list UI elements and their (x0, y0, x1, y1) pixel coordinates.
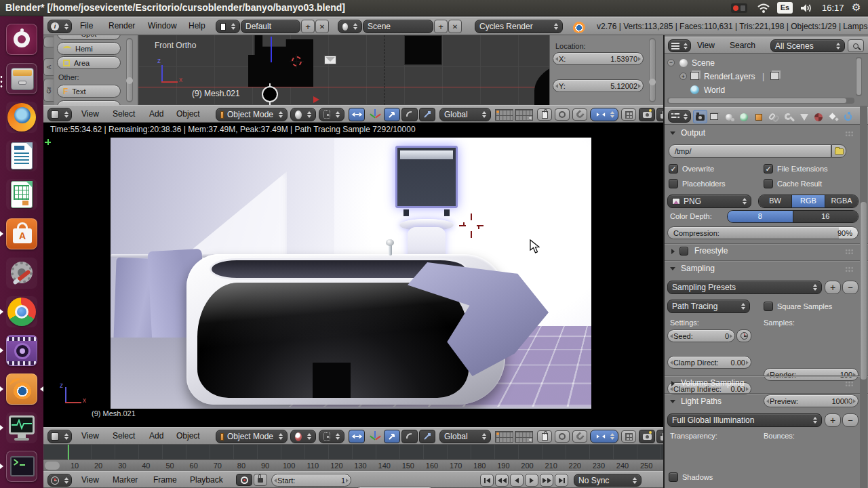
outliner-row-scene[interactable]: − Scene (667, 57, 844, 69)
manipulator-axis-icon[interactable] (369, 109, 381, 120)
snap-target-button[interactable] (621, 108, 636, 121)
file-format-selector[interactable]: PNG (667, 195, 751, 208)
add-text-button[interactable]: FText (57, 85, 121, 98)
panel-light-paths-header[interactable]: Light Paths (667, 396, 864, 408)
launcher-files-icon[interactable] (6, 63, 37, 94)
snap-target-button[interactable] (621, 430, 636, 443)
launcher-dash-icon[interactable] (6, 24, 37, 55)
outliner-view-menu[interactable]: View (694, 37, 717, 54)
mode-selector[interactable]: Object Mode (216, 108, 288, 121)
scale-manipulator-button-2[interactable] (419, 430, 435, 443)
output-path-field[interactable]: /tmp/ (669, 144, 831, 158)
editor-type-button-properties[interactable] (668, 110, 691, 123)
tab-material[interactable] (812, 111, 827, 123)
frame-start-field[interactable]: Start:1 (271, 474, 351, 487)
timeline-marker-menu[interactable]: Marker (110, 472, 140, 488)
tab-constraints[interactable] (768, 111, 782, 123)
location-x-field[interactable]: X:1.53970 (553, 52, 644, 65)
object-menu[interactable]: Object (174, 428, 203, 445)
tab-render[interactable] (693, 110, 707, 123)
main-viewport[interactable]: Time:55:34.62 | Remaining:20:38.36 | Mem… (43, 123, 663, 427)
timeline-ruler[interactable]: 1020304050607080901001101201301401501601… (43, 460, 663, 471)
launcher-settings-icon[interactable] (6, 258, 37, 289)
light-paths-preset-selector[interactable]: Full Global Illumination (667, 413, 822, 427)
tab-modifiers[interactable] (783, 111, 797, 123)
play-reverse-button[interactable] (510, 474, 524, 487)
current-frame-marker[interactable] (68, 445, 69, 460)
manipulator-toggle-2[interactable] (349, 430, 365, 443)
panel-sampling-header[interactable]: Sampling (667, 263, 864, 275)
depth-8[interactable]: 8 (728, 211, 793, 222)
render-engine-selector[interactable]: Cycles Render (475, 20, 563, 33)
translate-manipulator-button-2[interactable] (384, 430, 400, 443)
tab-data[interactable] (797, 111, 812, 123)
preset-add-button[interactable]: + (825, 281, 841, 294)
outliner-search-menu[interactable]: Search (727, 37, 758, 54)
translate-manipulator-button[interactable] (384, 108, 400, 121)
shelf-tab-partial[interactable] (43, 37, 54, 47)
scale-manipulator-button[interactable] (419, 108, 435, 121)
toolshelf-scrollbar[interactable] (126, 38, 133, 102)
tab-world[interactable] (738, 111, 752, 123)
scene-selector[interactable]: Scene (363, 20, 433, 33)
placeholders-checkbox[interactable] (669, 179, 678, 188)
clock-text[interactable]: 16:17 (822, 3, 844, 13)
editor-type-button-outliner[interactable] (668, 39, 691, 52)
screen-layout-selector[interactable]: Default (241, 20, 300, 33)
rotate-manipulator-button[interactable] (401, 108, 418, 121)
layers-grid-2[interactable] (515, 431, 533, 443)
compression-slider[interactable]: Compression:90% (667, 226, 859, 239)
panel-volume-sampling-header[interactable]: Volume Sampling (667, 378, 864, 390)
channels-bw[interactable]: BW (759, 195, 792, 207)
layers-grid-2[interactable] (515, 109, 533, 121)
cache-result-checkbox[interactable] (764, 179, 773, 188)
layers-grid-1[interactable] (495, 109, 513, 121)
viewport-shading-selector-2[interactable] (290, 430, 316, 443)
outliner-item-label[interactable]: RenderLayers (704, 72, 755, 81)
view-menu[interactable]: View (79, 106, 102, 123)
timeline-track[interactable] (43, 445, 663, 460)
launcher-recorder-icon[interactable] (6, 335, 37, 366)
tab-texture[interactable] (827, 111, 842, 123)
lock-to-scene-button[interactable] (537, 108, 552, 121)
mode-selector-2[interactable]: Object Mode (216, 430, 288, 443)
jump-to-end-button[interactable] (555, 474, 568, 487)
file-extensions-checkbox[interactable]: ✓ (764, 164, 773, 174)
view-menu[interactable]: View (79, 428, 102, 445)
freestyle-checkbox[interactable] (679, 247, 688, 256)
editor-type-button-info[interactable]: i (47, 20, 72, 33)
snap-magnet-button[interactable] (572, 108, 587, 121)
session-gear-icon[interactable]: ⚙ (852, 1, 861, 14)
outliner-search-button[interactable] (848, 39, 864, 52)
editor-type-button-timeline[interactable] (47, 474, 72, 487)
menu-file[interactable]: File (77, 18, 96, 35)
layout-add-button[interactable]: + (301, 20, 315, 33)
outliner-row-world[interactable]: World (679, 84, 856, 96)
keyboard-layout-indicator[interactable]: Es (777, 2, 793, 14)
launcher-firefox-icon[interactable] (6, 102, 37, 133)
lamp-spot-button[interactable]: Spot (57, 35, 121, 40)
outliner-item-label[interactable]: Scene (692, 58, 715, 68)
outliner-vscrollbar[interactable] (856, 57, 862, 96)
manipulator-toggle[interactable] (349, 108, 365, 121)
channels-rgb[interactable]: RGB (792, 195, 825, 207)
clamp-direct-field[interactable]: Clamp Direct:0.00 (667, 356, 751, 369)
lamp-hemi-button[interactable]: Hemi (57, 42, 121, 55)
snap-magnet-button[interactable] (572, 430, 587, 443)
tab-physics[interactable] (842, 111, 856, 123)
next-keyframe-button[interactable] (540, 474, 553, 487)
editor-type-button-3dview-2[interactable] (47, 430, 72, 443)
tab-object[interactable] (753, 111, 767, 123)
panel-output-header[interactable]: Output (667, 127, 864, 140)
outliner-scope-selector[interactable]: All Scenes (770, 39, 845, 52)
pivot-selector-2[interactable] (319, 430, 344, 443)
preset-remove-button[interactable]: − (842, 281, 859, 294)
timeline-view-menu[interactable]: View (79, 472, 102, 488)
channels-rgba[interactable]: RGBA (825, 195, 858, 207)
lp-preset-remove-button[interactable]: − (842, 413, 859, 427)
scene-icon-button[interactable] (338, 20, 362, 33)
menu-help[interactable]: Help (186, 18, 208, 35)
lock-to-scene-button[interactable] (537, 430, 552, 443)
viewport-shading-selector[interactable] (290, 108, 316, 121)
jump-to-start-button[interactable] (480, 474, 494, 487)
